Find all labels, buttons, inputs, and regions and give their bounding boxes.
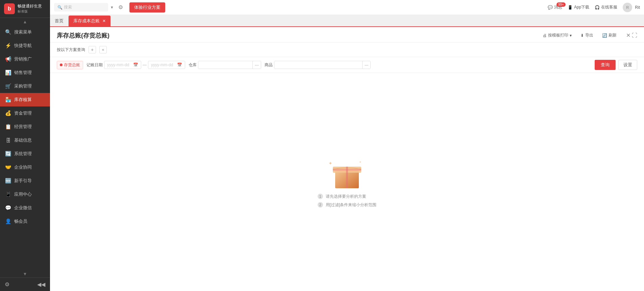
empty-inner: ✦ ✦ [318,156,377,208]
clear-icon: « [102,47,104,52]
scheme-dot [60,64,63,66]
online-service-button[interactable]: 🎧 在线客服 [595,4,617,10]
hint-text-2: 用[过滤]条件来缩小分析范围 [326,202,377,208]
search-placeholder: 搜索 [64,4,72,10]
svg-rect-6 [333,169,361,171]
sidebar-item-label: 资金管理 [14,110,32,116]
sidebar-item-purchase[interactable]: 🛒 采购管理 [0,79,50,93]
main-area: 🔍 搜索 ▾ ⚙ 体验行业方案 💬 消息 99+ 📱 App下载 🎧 在线客服 [50,0,644,291]
sidebar-item-label: 企业微信 [14,205,32,211]
tabbar: 首页 库存成本总账 ✕ [50,15,644,27]
date-end-placeholder: yyyy-mm-dd [151,63,173,67]
sidebar-item-finance[interactable]: 💰 资金管理 [0,106,50,120]
sidebar-logo: b 畅捷通好生意 标准版 [0,0,50,18]
sidebar-item-label: 新手引导 [14,178,32,184]
message-icon: 💬 [548,5,553,10]
sidebar-item-inventory[interactable]: 🏪 库存核算 [0,93,50,106]
sidebar-item-label: 应用中心 [14,191,32,197]
finance-icon: 💰 [5,110,11,117]
sidebar-item-wechat[interactable]: 💬 企业微信 [0,201,50,215]
sidebar: b 畅捷通好生意 标准版 ▲ 🔍 搜索菜单 ⚡ 快捷导航 📢 营销推广 📊 销售… [0,0,50,291]
product-label: 商品 [265,62,273,68]
warehouse-group: 仓库 ··· [189,61,261,69]
warehouse-more-button[interactable]: ··· [252,61,261,69]
date-start-placeholder: yyyy-mm-dd [107,63,129,67]
page-header-actions: 🖨 按模板打印 ▾ ⬇ 导出 🔄 刷新 ✕ ⛶ [540,31,637,40]
sidebar-item-label: 库存核算 [14,97,32,103]
sidebar-item-operation[interactable]: 📋 经营管理 [0,120,50,134]
topbar: 🔍 搜索 ▾ ⚙ 体验行业方案 💬 消息 99+ 📱 App下载 🎧 在线客服 [50,0,644,15]
tab-inventory-cost[interactable]: 库存成本总账 ✕ [69,16,111,26]
date-end-input[interactable]: yyyy-mm-dd 📅 [148,61,185,69]
refresh-button[interactable]: 🔄 刷新 [599,31,619,40]
date-separator: — [143,63,147,67]
inventory-icon: 🏪 [5,96,11,103]
print-label: 按模板打印 [548,32,568,38]
hint-text-1: 请先选择要分析的方案 [326,194,366,199]
sidebar-item-app-center[interactable]: 📱 应用中心 [0,188,50,201]
scheme-selector[interactable]: 存货总账 [57,61,83,69]
filter-actions: 查询 设置 [595,60,637,70]
gear-button[interactable]: ⚙ [116,3,125,12]
filter-label: 按以下方案查询 [57,47,85,53]
sidebar-nav: 🔍 搜索菜单 ⚡ 快捷导航 📢 营销推广 📊 销售管理 🛒 采购管理 🏪 库存核… [0,25,50,270]
guide-icon: 🆕 [5,177,11,184]
warehouse-input[interactable] [198,61,252,69]
app-download-button[interactable]: 📱 App下载 [568,4,589,10]
product-group: 商品 ··· [265,61,371,69]
sidebar-item-search[interactable]: 🔍 搜索菜单 [0,25,50,39]
purchase-icon: 🛒 [5,83,11,90]
empty-hints: 1 请先选择要分析的方案 2 用[过滤]条件来缩小分析范围 [318,194,377,208]
sidebar-item-basic-info[interactable]: 🗄 基础信息 [0,134,50,147]
settings-button[interactable]: 设置 [618,60,637,70]
sidebar-item-sales[interactable]: 📊 销售管理 [0,66,50,79]
date-start-input[interactable]: yyyy-mm-dd 📅 [104,61,141,69]
chevron-down-icon: ▼ [23,271,27,276]
page-title: 库存总账(存货总账) [57,31,109,40]
product-input[interactable] [274,61,362,69]
query-button[interactable]: 查询 [595,60,616,70]
industry-solution-button[interactable]: 体验行业方案 [129,2,165,13]
close-panel-button[interactable]: ✕ [626,32,630,39]
expand-panel-button[interactable]: ⛶ [632,32,637,39]
sidebar-item-marketing[interactable]: 📢 营销推广 [0,52,50,66]
filter-add-button[interactable]: + [89,46,96,53]
message-button[interactable]: 💬 消息 99+ [548,4,562,10]
date-label: 记账日期 [86,62,103,68]
topbar-search[interactable]: 🔍 搜索 [54,3,108,11]
collapse-sidebar-icon[interactable]: ◀◀ [37,281,45,288]
search-icon: 🔍 [57,5,63,10]
date-range-group: 记账日期 yyyy-mm-dd 📅 — yyyy-mm-dd 📅 [86,61,185,69]
app-version: 标准版 [18,9,42,14]
product-more-button[interactable]: ··· [362,61,371,69]
sidebar-scroll-up[interactable]: ▲ [0,18,50,25]
calendar-icon: 📅 [133,63,138,67]
gear-icon: ⚙ [118,4,123,10]
settings-icon[interactable]: ⚙ [5,281,9,288]
user-initial: R [626,5,629,9]
logo-icon: b [4,3,15,14]
print-template-button[interactable]: 🖨 按模板打印 ▾ [540,31,574,40]
tab-close-button[interactable]: ✕ [102,19,106,23]
export-button[interactable]: ⬇ 导出 [578,31,596,40]
sidebar-item-system[interactable]: 🔄 系统管理 [0,147,50,161]
sidebar-item-label: 经营管理 [14,124,32,130]
filter-clear-button[interactable]: « [99,46,107,53]
hint-num-1: 1 [318,194,323,199]
system-icon: 🔄 [5,150,11,157]
sidebar-bottom: ⚙ ◀◀ [0,277,50,291]
sidebar-scroll-down[interactable]: ▼ [0,270,50,277]
user-avatar-button[interactable]: R Rit [623,3,640,12]
app-center-icon: 📱 [5,191,11,198]
empty-illustration: ✦ ✦ [327,156,367,190]
sidebar-item-enterprise[interactable]: 🤝 企业协同 [0,161,50,174]
sidebar-item-quick-nav[interactable]: ⚡ 快捷导航 [0,39,50,52]
topbar-right: 💬 消息 99+ 📱 App下载 🎧 在线客服 R Rit [548,3,640,12]
headset-icon: 🎧 [595,5,600,10]
export-icon: ⬇ [580,33,584,38]
tab-home[interactable]: 首页 [50,16,69,26]
sidebar-item-member[interactable]: 👤 畅会员 [0,215,50,228]
sidebar-item-label: 快捷导航 [14,43,32,49]
sidebar-item-guide[interactable]: 🆕 新手引导 [0,174,50,188]
refresh-icon: 🔄 [602,33,607,38]
